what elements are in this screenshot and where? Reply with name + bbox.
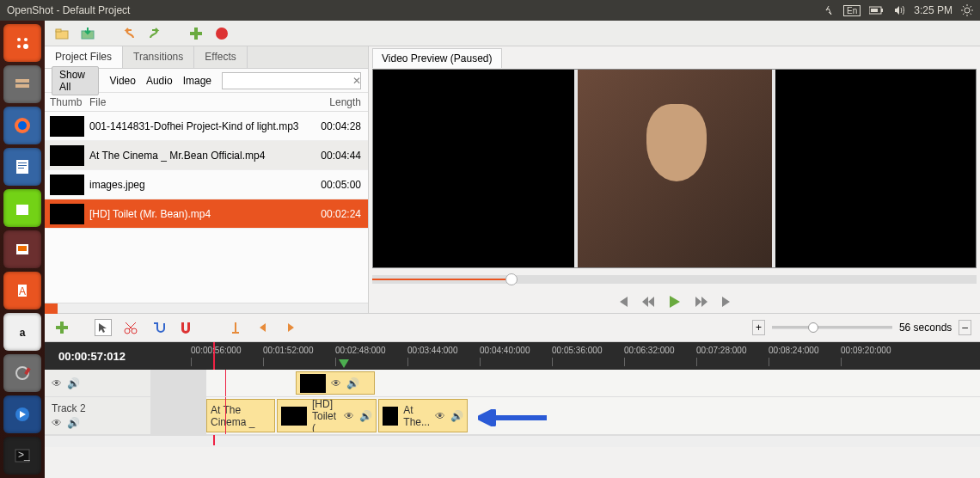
file-thumb [50, 116, 84, 137]
svg-point-3 [965, 8, 970, 13]
filter-image[interactable]: Image [183, 75, 211, 87]
audio-icon[interactable]: 🔊 [67, 377, 80, 389]
file-filters: Show All Video Audio Image ✕ [45, 69, 368, 93]
launcher-dash[interactable] [3, 24, 41, 62]
launcher-amazon[interactable]: a [3, 313, 41, 351]
redo-button[interactable] [146, 25, 163, 42]
gear-icon[interactable] [961, 4, 973, 16]
ruler-ticks: 00:00:56:00000:01:52:00000:02:48:00000:0… [139, 342, 980, 370]
launcher-settings[interactable] [3, 354, 41, 392]
clip-audio-icon[interactable]: 🔊 [359, 410, 372, 422]
header-file[interactable]: File [89, 96, 316, 108]
tab-effects[interactable]: Effects [194, 46, 247, 68]
track-lane[interactable]: 👁🔊 [151, 370, 980, 396]
launcher-files[interactable] [3, 65, 41, 103]
select-tool-button[interactable] [95, 319, 112, 336]
ruler-tick: 00:03:44:000 [407, 346, 457, 355]
track-lane[interactable]: At The Cinema _ [HD] Toilet ( 👁🔊 At The.… [151, 397, 980, 434]
ruler-tick: 00:09:20:000 [841, 346, 891, 355]
launcher-software[interactable]: A [3, 272, 41, 309]
clip[interactable]: 👁🔊 [296, 371, 375, 395]
network-icon[interactable] [823, 4, 835, 16]
zoom-in-button[interactable]: + [752, 320, 765, 335]
launcher-impress[interactable] [3, 230, 41, 268]
svg-text:a: a [20, 327, 26, 339]
forward-button[interactable] [695, 295, 708, 309]
track-header[interactable]: 👁🔊 [45, 370, 151, 396]
header-thumb: Thumb [45, 96, 89, 108]
ruler-tick: 00:02:48:000 [335, 346, 385, 355]
file-row[interactable]: [HD] Toilet (Mr. Bean).mp4 00:02:24 [45, 199, 368, 229]
clear-search-icon[interactable]: ✕ [352, 75, 361, 87]
svg-rect-35 [56, 326, 68, 329]
clip[interactable]: At The... 👁🔊 [378, 399, 468, 432]
marker-add-button[interactable] [227, 319, 244, 336]
play-button[interactable] [667, 294, 683, 309]
svg-rect-9 [15, 84, 29, 88]
tab-project-files[interactable]: Project Files [45, 46, 123, 68]
track-header[interactable]: Track 2 👁🔊 [45, 397, 151, 434]
filter-audio[interactable]: Audio [146, 75, 173, 87]
track-1: 👁🔊 👁🔊 [45, 370, 980, 397]
svg-rect-17 [16, 201, 28, 205]
clip-audio-icon[interactable]: 🔊 [346, 377, 359, 389]
svg-point-6 [17, 45, 21, 48]
timeline-ruler[interactable]: 00:00:57:012 00:00:56:00000:01:52:00000:… [45, 342, 980, 370]
jump-end-button[interactable] [720, 295, 734, 309]
preview-tab[interactable]: Video Preview (Paused) [372, 48, 502, 68]
launcher-writer[interactable] [3, 148, 41, 186]
marker-icon[interactable] [339, 359, 349, 368]
undo-button[interactable] [120, 25, 138, 42]
clip-audio-icon[interactable]: 🔊 [450, 410, 463, 422]
video-preview[interactable] [372, 69, 977, 268]
audio-icon[interactable]: 🔊 [67, 417, 80, 429]
system-tray: En 3:25 PM [823, 4, 973, 16]
file-row[interactable]: images.jpeg 00:05:00 [45, 170, 368, 199]
battery-icon[interactable] [869, 6, 885, 15]
project-scrollbar[interactable] [45, 303, 368, 313]
clip[interactable]: At The Cinema _ [206, 399, 275, 432]
snap-button[interactable] [150, 319, 167, 336]
clip-visibility-icon[interactable]: 👁 [331, 377, 341, 389]
launcher-firefox[interactable] [3, 107, 41, 144]
svg-rect-8 [15, 79, 29, 83]
header-length[interactable]: Length [316, 96, 368, 108]
import-files-button[interactable] [187, 25, 205, 42]
magnet-button[interactable] [177, 319, 194, 336]
zoom-out-button[interactable]: – [959, 320, 971, 335]
clip-visibility-icon[interactable]: 👁 [344, 410, 354, 422]
file-row[interactable]: At The Cinema _ Mr.Bean Official.mp4 00:… [45, 141, 368, 170]
clock[interactable]: 3:25 PM [914, 4, 952, 16]
razor-tool-button[interactable] [122, 319, 139, 336]
clip-visibility-icon[interactable]: 👁 [435, 410, 445, 422]
add-track-button[interactable] [53, 319, 70, 336]
zoom-slider[interactable] [772, 326, 892, 329]
clip[interactable]: [HD] Toilet ( 👁🔊 [277, 399, 377, 432]
timecode-display: 00:00:57:012 [45, 350, 139, 363]
filter-show-all[interactable]: Show All [52, 66, 99, 95]
filter-search-input[interactable] [222, 72, 361, 89]
preview-seek-slider[interactable] [372, 275, 977, 284]
clip-label: At The Cinema _ [211, 404, 271, 428]
marker-next-button[interactable] [282, 319, 299, 336]
file-row[interactable]: 001-1414831-Dofhei Project-Kind of light… [45, 112, 368, 141]
tab-transitions[interactable]: Transitions [123, 46, 194, 68]
keyboard-indicator[interactable]: En [843, 5, 861, 16]
file-length: 00:05:00 [316, 179, 368, 191]
launcher-calc[interactable] [3, 189, 41, 227]
export-button[interactable] [213, 25, 230, 42]
rewind-button[interactable] [641, 295, 655, 309]
launcher-openshot[interactable] [3, 395, 41, 433]
svg-rect-13 [18, 162, 27, 163]
visibility-icon[interactable]: 👁 [52, 417, 62, 429]
launcher-terminal[interactable]: >_ [3, 437, 41, 475]
marker-prev-button[interactable] [254, 319, 272, 336]
timeline-scrollbar[interactable] [45, 435, 980, 447]
open-project-button[interactable] [53, 25, 70, 42]
filter-video[interactable]: Video [109, 75, 135, 87]
visibility-icon[interactable]: 👁 [52, 377, 62, 389]
playhead-line [225, 370, 226, 396]
volume-icon[interactable] [893, 4, 905, 16]
jump-start-button[interactable] [616, 295, 629, 309]
save-project-button[interactable] [79, 25, 96, 42]
